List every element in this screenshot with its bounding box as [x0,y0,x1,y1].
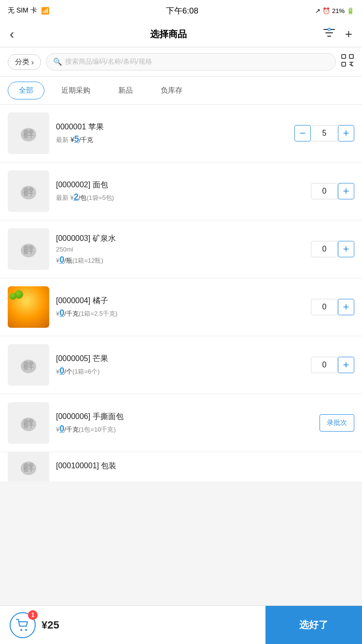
location-icon: ↗ [315,7,320,14]
product-price-5: ¥0/千克(1包=10千克) [56,424,313,434]
product-name-6: [000100001] 包装 [56,461,354,471]
increment-button-4[interactable]: + [338,357,354,373]
product-price-4: ¥0/个(1箱=6个) [56,366,304,376]
quantity-control-2: + [311,241,354,257]
confirm-button[interactable]: 选好了 [265,606,362,644]
product-info-4: [0000005] 芒果 ¥0/个(1箱=6个) [56,354,304,376]
product-price-2: ¥0/瓶(1箱=12瓶) [56,255,304,265]
svg-point-34 [20,629,22,631]
product-list: 智十 0000001 苹果 最新 ¥5/千克 − + 智十 [0,105,362,481]
svg-point-35 [25,629,27,631]
quantity-input-3[interactable] [311,299,338,315]
page-title: 选择商品 [150,28,187,41]
status-right: ↗ ⏰ 21% 🔋 [315,7,354,14]
status-time: 下午6:08 [166,5,198,16]
battery-level: 21% [332,7,345,14]
svg-text:智十: 智十 [23,249,34,254]
product-price-3: ¥0/千克(1箱=2.5千克) [56,308,304,318]
search-placeholder: 搜索商品编码/名称/条码/规格 [65,57,152,66]
svg-text:智十: 智十 [23,364,34,370]
category-label: 分类 [15,57,29,67]
cart-badge: 1 [28,610,38,620]
product-name-3: [0000004] 橘子 [56,296,304,306]
svg-text:智十: 智十 [23,191,34,196]
list-item: 智十 [0000005] 芒果 ¥0/个(1箱=6个) + [0,336,362,393]
nav-bar: ‹ 选择商品 + [0,21,362,47]
product-name-2: [0000003] 矿泉水 [56,234,304,244]
product-info-6: [000100001] 包装 [56,461,354,473]
list-item: 智十 [0000003] 矿泉水 250ml ¥0/瓶(1箱=12瓶) + [0,221,362,278]
increment-button-0[interactable]: + [338,125,354,141]
tab-recent[interactable]: 近期采购 [50,82,101,99]
tab-bar: 全部 近期采购 新品 负库存 [0,77,362,105]
list-item: 智十 [0000002] 面包 最新 ¥2/包(1袋=5包) + [0,163,362,220]
quantity-control-3: + [311,299,354,315]
category-arrow: › [31,58,34,66]
search-icon: 🔍 [53,57,62,66]
product-info-5: [0000006] 手撕面包 ¥0/千克(1包=10千克) [56,412,313,434]
product-price-0: 最新 ¥5/千克 [56,134,288,144]
search-box[interactable]: 🔍 搜索商品编码/名称/条码/规格 [46,53,336,70]
svg-point-3 [328,28,330,30]
svg-rect-4 [342,55,346,58]
svg-text:智十: 智十 [23,422,34,428]
svg-rect-5 [349,55,353,58]
nav-actions: + [323,27,352,42]
product-image-3 [8,286,49,328]
quantity-input-1[interactable] [311,183,338,199]
status-left: 无 SIM 卡 📶 [8,6,49,15]
quantity-control-4: + [311,357,354,373]
product-price-1: 最新 ¥2/包(1袋=5包) [56,192,304,202]
increment-button-1[interactable]: + [338,183,354,199]
category-button[interactable]: 分类 › [8,54,41,70]
batch-button-5[interactable]: 录批次 [320,414,354,432]
filter-button[interactable] [323,28,335,41]
bottom-bar: 1 ¥25 选好了 [0,605,362,644]
product-info-3: [0000004] 橘子 ¥0/千克(1箱=2.5千克) [56,296,304,318]
wifi-icon: 📶 [41,7,49,14]
product-image-1: 智十 [8,170,49,212]
quantity-input-2[interactable] [311,241,338,257]
sim-status: 无 SIM 卡 [8,6,37,15]
quantity-control-1: + [311,183,354,199]
product-image-5: 智十 [8,402,49,444]
tab-all[interactable]: 全部 [8,82,44,99]
tab-new[interactable]: 新品 [107,82,144,99]
quantity-control-0: − + [294,125,354,141]
tab-negative[interactable]: 负库存 [150,82,194,99]
list-item: [0000004] 橘子 ¥0/千克(1箱=2.5千克) + [0,279,362,336]
filter-bar: 分类 › 🔍 搜索商品编码/名称/条码/规格 [0,47,362,77]
product-name-5: [0000006] 手撕面包 [56,412,313,422]
alarm-icon: ⏰ [322,7,330,14]
svg-text:智十: 智十 [23,133,34,139]
cart-total: ¥25 [42,619,59,631]
list-item: 智十 [000100001] 包装 [0,452,362,481]
product-image-6: 智十 [8,452,49,481]
cart-area: 1 ¥25 [0,612,265,638]
status-bar: 无 SIM 卡 📶 下午6:08 ↗ ⏰ 21% 🔋 [0,0,362,21]
svg-rect-6 [342,62,346,66]
quantity-input-4[interactable] [311,357,338,373]
product-info-0: 0000001 苹果 最新 ¥5/千克 [56,122,288,144]
cart-button[interactable]: 1 [10,612,36,638]
product-info-2: [0000003] 矿泉水 250ml ¥0/瓶(1箱=12瓶) [56,234,304,265]
product-name-4: [0000005] 芒果 [56,354,304,364]
decrement-button-0[interactable]: − [294,125,311,141]
svg-text:智十: 智十 [23,466,34,472]
back-button[interactable]: ‹ [10,27,14,42]
quantity-input-0[interactable] [311,125,338,141]
list-item: 智十 [0000006] 手撕面包 ¥0/千克(1包=10千克) 录批次 [0,394,362,451]
product-image-0: 智十 [8,112,49,154]
increment-button-3[interactable]: + [338,299,354,315]
product-image-4: 智十 [8,344,49,386]
add-button[interactable]: + [345,27,352,42]
battery-icon: 🔋 [347,7,354,14]
product-name-1: [0000002] 面包 [56,180,304,190]
list-item: 智十 0000001 苹果 最新 ¥5/千克 − + [0,105,362,162]
increment-button-2[interactable]: + [338,241,354,257]
product-image-2: 智十 [8,228,49,270]
product-spec-2: 250ml [56,246,304,253]
product-name-0: 0000001 苹果 [56,122,288,132]
product-info-1: [0000002] 面包 最新 ¥2/包(1袋=5包) [56,180,304,202]
scan-button[interactable] [341,54,354,70]
